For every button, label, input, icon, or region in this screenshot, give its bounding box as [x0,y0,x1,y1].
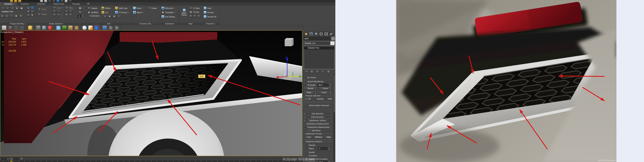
stack-down-icon[interactable]: ▼ [26,10,30,13]
swift-loop-button[interactable]: ⁄Swift Loop [115,6,128,10]
loop-button[interactable]: =Loop▾ [53,6,62,9]
steps-spinner[interactable]: ▲▼ [328,147,330,150]
smooth-button[interactable]: ◡Smooth [204,11,214,14]
iterations-spinner[interactable]: ▲▼ [82,14,84,18]
qslice-button[interactable]: ◪QSlice [102,6,111,10]
pencil-icon[interactable] [2,26,6,30]
show-end-result-icon[interactable]: ○ [30,6,34,10]
dot-ring-icon[interactable]: ≡ [69,13,72,16]
msmooth-button[interactable]: ▦MSmooth▾ [161,6,175,10]
loop-mode-icon[interactable]: ≡ [53,13,56,16]
tab-utilities[interactable] [328,32,334,36]
viewport-label[interactable]: Perspective ] [ Shaded ] [1,31,23,34]
stereo-camera-icon[interactable] [48,26,53,30]
ribbon-minimize-button[interactable]: ▾ [86,2,90,5]
rendered-frame-window-icon[interactable] [8,26,12,30]
hair-fur-icon[interactable] [68,26,73,30]
ring-shrink-icon[interactable]: − [69,10,72,13]
tab-display[interactable] [324,32,328,36]
grow-button-panel[interactable]: Grow [319,87,332,90]
expand-icon[interactable]: + [304,47,306,49]
ring-grow-icon[interactable]: + [65,10,68,13]
cut-button[interactable]: ✂Cut [102,11,108,14]
pick-subobject-icon[interactable]: ▸ [5,14,9,18]
constraint-edge-icon[interactable]: ■ [108,14,112,18]
steps-field[interactable]: 2 [318,147,328,150]
by-angle-checkbox[interactable] [304,84,306,86]
video-camera-icon[interactable] [36,26,40,30]
element-mode-icon[interactable]: ▣ [20,6,24,10]
create-button[interactable]: ✧Create [148,6,157,10]
perspective-viewport[interactable]: Z x Perspective ] [ Shaded ] Totalgum ys… [0,30,302,156]
measure-icon[interactable]: ▯ [26,13,30,16]
tab-modify[interactable] [309,32,314,36]
dot-loop-icon[interactable]: ― [56,13,60,16]
preview-off-radio[interactable] [305,98,307,100]
stack-item-editable-poly[interactable]: + Editable Poly [304,46,334,50]
paint-options-icon[interactable]: ✎ [78,10,82,14]
render-region-icon[interactable] [94,26,99,30]
angle-spinner[interactable]: ▲▼ [329,84,331,87]
rollout-soft-selection[interactable]: +Soft Selection [303,112,332,115]
selection-filter-field[interactable] [22,0,39,2]
fence-select-icon[interactable]: ▮ [30,13,34,16]
loop-button-panel[interactable]: Loop [319,91,329,94]
align-group-label[interactable]: Align [179,22,202,25]
p-connect-button[interactable]: ▤P Connect▾ [115,11,129,14]
soft-select-icon[interactable]: ● [19,14,23,18]
modifier-list-chevron[interactable]: ⌄ [330,41,335,45]
tab-freeform[interactable]: Freeform [17,2,33,6]
polygon-mode-icon[interactable]: ■ [15,6,19,10]
make-planar-button[interactable]: ▱Make Planar [180,9,188,16]
spin-down-icon[interactable]: ▼ [82,16,84,18]
shrink-button-panel[interactable]: Shrink [304,87,317,90]
remove-modifier-icon[interactable]: ♁ [321,70,325,73]
loop-shrink-icon[interactable]: − [56,10,60,13]
track-bar[interactable] [0,160,302,162]
next-frame-button[interactable]: > [20,157,23,160]
relax-button[interactable]: ◠Relax▾ [133,6,143,10]
shrink-button[interactable]: ↙Shrink [38,13,47,16]
align-z-button[interactable]: Z [197,14,200,18]
ring-spinner[interactable]: ▲▼ [314,91,317,94]
stack-up-icon[interactable]: ▲ [26,6,30,10]
preset-high-button[interactable]: High [325,136,332,138]
constraint-normal-icon[interactable]: ↑ [117,14,121,18]
time-slider-marker[interactable] [10,160,12,162]
edge-mode-icon[interactable]: ⁄ [6,6,10,10]
tab-hierarchy[interactable] [314,32,318,36]
compact-material-editor-icon[interactable] [88,26,93,30]
ignore-backfacing-checkbox[interactable] [304,80,306,82]
select-and-rotate-icon[interactable] [60,0,64,2]
split-mesh-checkbox[interactable] [308,130,310,132]
make-unique-icon[interactable]: ∨ [316,70,319,73]
curvature-radio[interactable] [306,155,307,157]
command-panel-scroll-thumb[interactable] [334,75,335,112]
angle-value-field[interactable]: 45.0 [318,84,328,86]
state-sets-icon[interactable] [102,26,107,30]
modify-selection-group-label[interactable]: Modify Selection ▾ [36,22,77,25]
polygon-modeling-group-label[interactable]: Polygon Modeling ▾ [0,22,36,25]
environment-icon[interactable] [42,26,46,30]
loop-spinner[interactable]: ▲▼ [329,91,332,94]
select-object-icon[interactable] [40,0,43,2]
repeat-button[interactable]: ↻Repeat [88,6,97,10]
edit-group-label[interactable]: Edit [86,22,131,25]
border-mode-icon[interactable]: □ [10,6,14,10]
geometry-group-label[interactable]: Geometry (All) ▾ [132,22,160,25]
tab-selection[interactable]: Selection [33,2,50,6]
snaps-toggle-icon[interactable] [69,0,72,2]
to-grid-button[interactable]: ▦To Grid [189,10,199,14]
pin-stack-icon[interactable]: ⊣ [304,70,308,73]
by-vertex-checkbox[interactable] [304,77,306,78]
select-by-name-icon[interactable] [44,0,47,2]
pin-stack-icon[interactable]: + [30,10,34,13]
help-icon[interactable] [108,26,113,30]
rollout-subdivision-displacement[interactable]: -Subdivision Displacement [303,122,332,125]
subdivision-group-label[interactable]: Subdivision [160,22,179,25]
info-icon[interactable] [114,26,119,30]
subdivision-displacement-checkbox[interactable] [304,126,306,128]
align-x-button[interactable]: X [189,14,192,18]
scene-explorer-icon[interactable] [14,26,18,30]
preview-multi-radio[interactable] [325,98,327,100]
